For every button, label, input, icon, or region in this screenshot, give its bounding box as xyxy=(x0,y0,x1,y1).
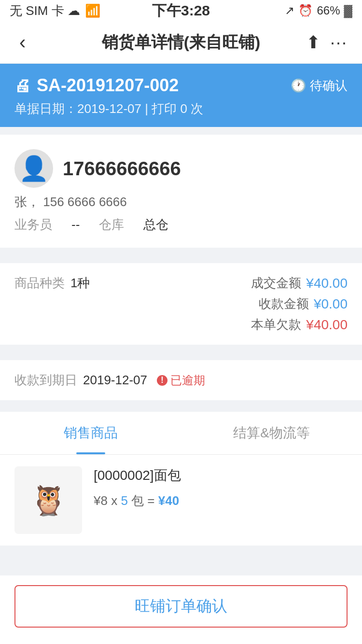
bottom-bar: 旺铺订单确认 xyxy=(0,575,362,644)
product-total: ¥40 xyxy=(158,493,179,508)
owe-amount-row: 本单欠款 ¥40.00 xyxy=(251,316,348,333)
avatar: 👤 xyxy=(14,149,53,188)
tab-settlement[interactable]: 结算&物流等 xyxy=(181,412,362,454)
nav-right-actions: ⬆ ··· xyxy=(306,32,348,53)
deal-amount-label: 成交金额 xyxy=(251,275,301,292)
product-info: [0000002]面包 ¥8 x 5 包 = ¥40 xyxy=(94,466,348,509)
customer-main-row: 👤 17666666666 xyxy=(14,149,348,188)
share-button[interactable]: ⬆ xyxy=(306,32,320,53)
amounts-section: 成交金额 ¥40.00 收款金额 ¥0.00 本单欠款 ¥40.00 xyxy=(251,275,348,333)
product-price: ¥8 xyxy=(94,493,108,508)
customer-card: 👤 17666666666 张， 156 6666 6666 业务员 -- 仓库… xyxy=(0,135,362,248)
multiply-sign: x xyxy=(111,493,121,508)
product-unit: 包 xyxy=(131,493,144,508)
section-divider-1 xyxy=(0,255,362,263)
overdue-badge: ! 已逾期 xyxy=(157,373,205,388)
warning-icon: ! xyxy=(157,375,167,386)
back-button[interactable]: ‹ xyxy=(14,27,30,58)
tab-sales-product[interactable]: 销售商品 xyxy=(0,412,181,454)
status-text: 待确认 xyxy=(310,77,348,94)
product-image-placeholder: 🦉 xyxy=(30,483,67,518)
product-type-value: 1种 xyxy=(70,275,90,292)
received-amount-row: 收款金额 ¥0.00 xyxy=(259,295,348,312)
received-amount-label: 收款金额 xyxy=(259,295,309,312)
customer-name-text: 张 xyxy=(14,195,27,209)
customer-phone-secondary: 156 6666 6666 xyxy=(43,195,127,209)
header-card-top: 🖨 SA-20191207-002 🕐 待确认 xyxy=(14,75,348,96)
product-type-section: 商品种类 1种 xyxy=(14,275,90,292)
customer-phone: 17666666666 xyxy=(63,158,181,180)
product-card: 🦉 [0000002]面包 ¥8 x 5 包 = ¥40 xyxy=(0,455,362,546)
more-button[interactable]: ··· xyxy=(330,32,348,53)
order-id-text: SA-20191207-002 xyxy=(37,75,179,96)
deal-amount-value: ¥40.00 xyxy=(306,276,348,291)
order-status: 🕐 待确认 xyxy=(291,77,348,94)
order-date: 单据日期：2019-12-07 | 打印 0 次 xyxy=(14,100,348,117)
received-amount-value: ¥0.00 xyxy=(314,296,348,312)
battery-icon: ▓ xyxy=(344,4,353,17)
product-price-row: ¥8 x 5 包 = ¥40 xyxy=(94,492,348,509)
product-image: 🦉 xyxy=(14,466,82,534)
avatar-icon: 👤 xyxy=(19,154,49,182)
customer-info-row: 业务员 -- 仓库 总仓 xyxy=(14,216,348,233)
due-date-value: 2019-12-07 xyxy=(83,373,147,388)
page-title: 销货单详情(来自旺铺) xyxy=(102,31,261,54)
warehouse-value: 总仓 xyxy=(143,216,168,233)
nav-bar: ‹ 销货单详情(来自旺铺) ⬆ ··· xyxy=(0,21,362,64)
customer-name-phone: 张， 156 6666 6666 xyxy=(14,194,348,210)
alarm-icon: ⏰ xyxy=(298,4,313,17)
clock-icon: 🕐 xyxy=(291,78,306,93)
summary-card: 商品种类 1种 成交金额 ¥40.00 收款金额 ¥0.00 本单欠款 ¥40.… xyxy=(0,263,362,345)
status-time: 下午3:28 xyxy=(152,1,210,21)
owe-amount-label: 本单欠款 xyxy=(251,316,301,333)
overdue-text: 已逾期 xyxy=(170,373,205,388)
tab-settlement-label: 结算&物流等 xyxy=(233,424,310,442)
deal-amount-row: 成交金额 ¥40.00 xyxy=(251,275,348,292)
tab-sales-label: 销售商品 xyxy=(64,424,118,442)
product-qty: 5 xyxy=(121,493,127,508)
section-divider-2 xyxy=(0,352,362,360)
order-id: 🖨 SA-20191207-002 xyxy=(14,75,179,96)
status-right: ↗ ⏰ 66% ▓ xyxy=(285,4,352,17)
header-card: 🖨 SA-20191207-002 🕐 待确认 单据日期：2019-12-07 … xyxy=(0,64,362,127)
owe-amount-value: ¥40.00 xyxy=(306,317,348,333)
product-name: [0000002]面包 xyxy=(94,466,348,485)
salesperson-value: -- xyxy=(71,217,80,232)
wifi-icon: 📶 xyxy=(85,3,100,18)
section-divider-3 xyxy=(0,404,362,412)
warehouse-label: 仓库 xyxy=(99,216,124,233)
status-bar: 无 SIM 卡 ☁ 📶 下午3:28 ↗ ⏰ 66% ▓ xyxy=(0,0,362,21)
equals-sign: = xyxy=(147,493,158,508)
no-sim-text: 无 SIM 卡 ☁ xyxy=(10,2,80,19)
tabs-container: 销售商品 结算&物流等 xyxy=(0,412,362,455)
due-date-card: 收款到期日 2019-12-07 ! 已逾期 xyxy=(0,360,362,400)
battery-text: 66% xyxy=(317,4,340,17)
confirm-order-button[interactable]: 旺铺订单确认 xyxy=(14,585,348,628)
product-type-label: 商品种类 xyxy=(14,275,65,292)
status-left: 无 SIM 卡 ☁ 📶 xyxy=(10,2,100,19)
location-icon: ↗ xyxy=(285,4,294,17)
tab-active-indicator xyxy=(76,452,105,454)
summary-main-row: 商品种类 1种 成交金额 ¥40.00 收款金额 ¥0.00 本单欠款 ¥40.… xyxy=(14,275,348,333)
due-date-label: 收款到期日 xyxy=(14,372,77,389)
order-icon: 🖨 xyxy=(14,76,31,95)
salesperson-label: 业务员 xyxy=(14,216,52,233)
